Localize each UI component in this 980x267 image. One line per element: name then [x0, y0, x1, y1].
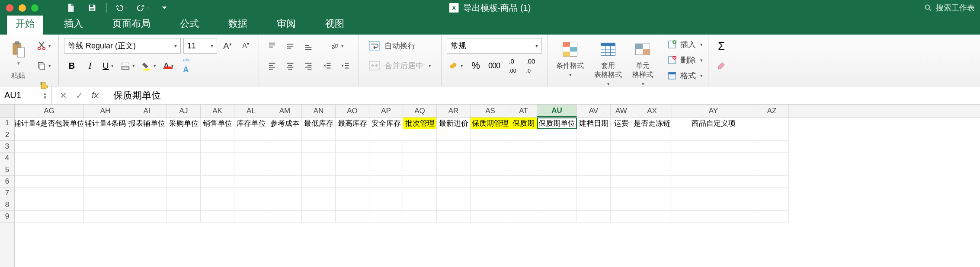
column-header-AZ[interactable]: AZ — [755, 105, 789, 117]
cell-AP2[interactable] — [369, 129, 403, 141]
cell-AW4[interactable] — [611, 153, 632, 164]
align-center-button[interactable] — [282, 58, 298, 73]
cell-AS6[interactable] — [471, 176, 510, 188]
cell-AS7[interactable] — [471, 188, 510, 199]
cell-AO1[interactable]: 最高库存 — [336, 118, 369, 129]
cell-AH7[interactable] — [84, 188, 127, 199]
cell-AS9[interactable] — [471, 211, 510, 222]
cell-AV9[interactable] — [577, 211, 611, 222]
cell-AH1[interactable]: 辅计量4条码 — [84, 118, 127, 129]
cell-AS2[interactable] — [471, 129, 510, 141]
align-left-button[interactable] — [264, 58, 280, 73]
cell-AY6[interactable] — [672, 176, 755, 188]
cell-AU7[interactable] — [537, 188, 577, 199]
name-box[interactable]: AU1 ▲▼ — [0, 86, 52, 104]
row-header-9[interactable]: 9 — [0, 211, 14, 222]
cell-AV3[interactable] — [577, 141, 611, 153]
cell-AN2[interactable] — [302, 129, 336, 141]
zoom-window-button[interactable] — [31, 4, 38, 12]
cell-AV1[interactable]: 建档日期 — [577, 118, 611, 129]
cell-AZ7[interactable] — [755, 188, 789, 199]
cell-AL9[interactable] — [234, 211, 268, 222]
cell-AZ6[interactable] — [755, 176, 789, 188]
cell-AK3[interactable] — [201, 141, 234, 153]
cell-AV8[interactable] — [577, 199, 611, 211]
cell-AW7[interactable] — [611, 188, 632, 199]
cell-AG5[interactable] — [15, 164, 84, 176]
cell-AT5[interactable] — [510, 164, 537, 176]
cell-AX8[interactable] — [632, 199, 672, 211]
cell-AJ7[interactable] — [167, 188, 201, 199]
cell-AL2[interactable] — [234, 129, 268, 141]
increase-decimal-button[interactable]: .0.00 — [505, 58, 520, 73]
cell-AZ3[interactable] — [755, 141, 789, 153]
increase-font-button[interactable]: A▴ — [220, 38, 235, 54]
tab-插入[interactable]: 插入 — [55, 14, 92, 35]
cell-AG1[interactable]: 辅计量4是否包装单位 — [15, 118, 84, 129]
cell-AU9[interactable] — [537, 211, 577, 222]
column-header-AJ[interactable]: AJ — [167, 105, 201, 117]
cell-AU3[interactable] — [537, 141, 577, 153]
cell-AW5[interactable] — [611, 164, 632, 176]
cell-AG6[interactable] — [15, 176, 84, 188]
cell-AT1[interactable]: 保质期 — [510, 118, 537, 129]
align-right-button[interactable] — [301, 58, 316, 73]
cell-AP3[interactable] — [369, 141, 403, 153]
cell-AQ6[interactable] — [403, 176, 437, 188]
cell-AW8[interactable] — [611, 199, 632, 211]
cell-AL5[interactable] — [234, 164, 268, 176]
clear-button[interactable] — [714, 58, 729, 73]
cell-AX3[interactable] — [632, 141, 672, 153]
row-header-1[interactable]: 1 — [0, 118, 14, 129]
cell-AQ8[interactable] — [403, 199, 437, 211]
cell-AZ8[interactable] — [755, 199, 789, 211]
cell-AO7[interactable] — [336, 188, 369, 199]
cell-AV2[interactable] — [577, 129, 611, 141]
cell-AY8[interactable] — [672, 199, 755, 211]
redo-button[interactable] — [135, 2, 150, 13]
cell-styles-button[interactable]: 单元 格样式 — [629, 38, 657, 89]
cell-AY2[interactable] — [672, 129, 755, 141]
cell-AJ5[interactable] — [167, 164, 201, 176]
cell-AX7[interactable] — [632, 188, 672, 199]
cell-AH8[interactable] — [84, 199, 127, 211]
new-file-icon[interactable] — [63, 2, 78, 13]
cell-AJ6[interactable] — [167, 176, 201, 188]
cell-AZ2[interactable] — [755, 129, 789, 141]
cell-AI3[interactable] — [127, 141, 167, 153]
cell-AH5[interactable] — [84, 164, 127, 176]
cell-AG3[interactable] — [15, 141, 84, 153]
orientation-button[interactable]: ab — [320, 38, 353, 54]
cut-button[interactable] — [35, 38, 53, 54]
cell-AG4[interactable] — [15, 153, 84, 164]
row-header-4[interactable]: 4 — [0, 153, 14, 164]
row-header-5[interactable]: 5 — [0, 164, 14, 176]
cell-AK4[interactable] — [201, 153, 234, 164]
cell-AV7[interactable] — [577, 188, 611, 199]
cell-AH9[interactable] — [84, 211, 127, 222]
cell-AN1[interactable]: 最低库存 — [302, 118, 336, 129]
cell-AQ4[interactable] — [403, 153, 437, 164]
cell-AX5[interactable] — [632, 164, 672, 176]
cell-AW6[interactable] — [611, 176, 632, 188]
enter-formula-icon[interactable]: ✓ — [76, 90, 83, 101]
cell-AS1[interactable]: 保质期管理 — [471, 118, 510, 129]
tab-数据[interactable]: 数据 — [220, 14, 256, 35]
bold-button[interactable]: B — [64, 58, 80, 73]
minimize-window-button[interactable] — [19, 4, 26, 12]
workbook-search[interactable]: 搜索工作表 — [924, 3, 975, 13]
cell-AM1[interactable]: 参考成本 — [268, 118, 302, 129]
row-header-8[interactable]: 8 — [0, 199, 14, 211]
cell-AT3[interactable] — [510, 141, 537, 153]
align-bottom-button[interactable] — [301, 38, 316, 54]
cell-AL4[interactable] — [234, 153, 268, 164]
cell-AN6[interactable] — [302, 176, 336, 188]
cell-AZ9[interactable] — [755, 211, 789, 222]
align-top-button[interactable] — [264, 38, 280, 54]
column-header-AX[interactable]: AX — [632, 105, 672, 117]
cell-AR1[interactable]: 最新进价 — [437, 118, 471, 129]
decrease-indent-button[interactable] — [320, 58, 335, 73]
copy-button[interactable] — [35, 58, 53, 73]
conditional-formatting-button[interactable]: 条件格式 — [553, 38, 587, 79]
cell-AJ1[interactable]: 采购单位 — [167, 118, 201, 129]
